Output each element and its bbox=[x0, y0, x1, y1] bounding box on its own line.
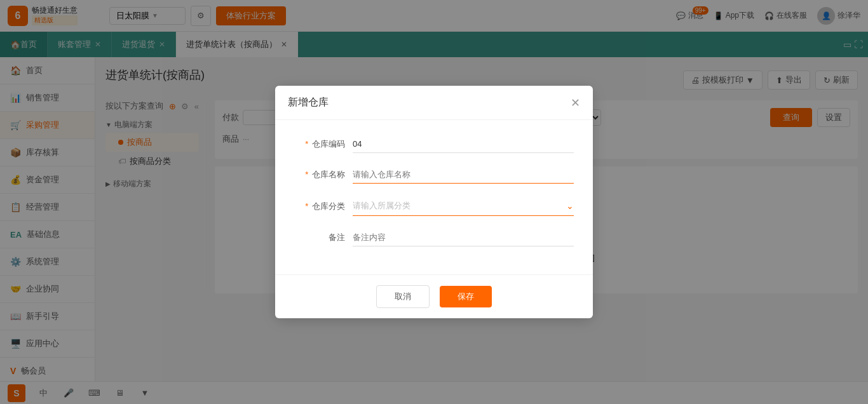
required-star-category: * bbox=[305, 201, 308, 211]
notes-input[interactable] bbox=[353, 229, 574, 246]
modal-warehouse: 新增仓库 ✕ * 仓库编码 * 仓库名称 bbox=[275, 86, 593, 318]
modal-overlay[interactable]: 新增仓库 ✕ * 仓库编码 * 仓库名称 bbox=[0, 0, 868, 404]
required-star-name: * bbox=[305, 170, 308, 179]
modal-body: * 仓库编码 * 仓库名称 * 仓库分类 请输入 bbox=[275, 120, 593, 274]
modal-header: 新增仓库 ✕ bbox=[275, 86, 593, 120]
cancel-button[interactable]: 取消 bbox=[376, 285, 430, 308]
warehouse-name-label: * 仓库名称 bbox=[294, 169, 345, 180]
warehouse-category-row: * 仓库分类 请输入所属分类 ⌄ bbox=[294, 196, 574, 216]
notes-label: 备注 bbox=[294, 232, 345, 243]
warehouse-code-label: * 仓库编码 bbox=[294, 138, 345, 150]
modal-close-icon[interactable]: ✕ bbox=[571, 97, 580, 109]
warehouse-name-input[interactable] bbox=[353, 166, 574, 184]
save-button[interactable]: 保存 bbox=[440, 286, 492, 307]
warehouse-category-placeholder: 请输入所属分类 bbox=[353, 196, 566, 215]
modal-footer: 取消 保存 bbox=[275, 274, 593, 318]
warehouse-name-row: * 仓库名称 bbox=[294, 166, 574, 184]
warehouse-code-row: * 仓库编码 bbox=[294, 135, 574, 153]
warehouse-category-label: * 仓库分类 bbox=[294, 201, 345, 212]
modal-title: 新增仓库 bbox=[288, 96, 329, 109]
warehouse-code-input[interactable] bbox=[353, 135, 574, 153]
category-dropdown-icon[interactable]: ⌄ bbox=[566, 201, 574, 211]
warehouse-category-wrapper: 请输入所属分类 ⌄ bbox=[353, 196, 574, 216]
required-star-code: * bbox=[305, 139, 308, 149]
notes-row: 备注 bbox=[294, 229, 574, 246]
